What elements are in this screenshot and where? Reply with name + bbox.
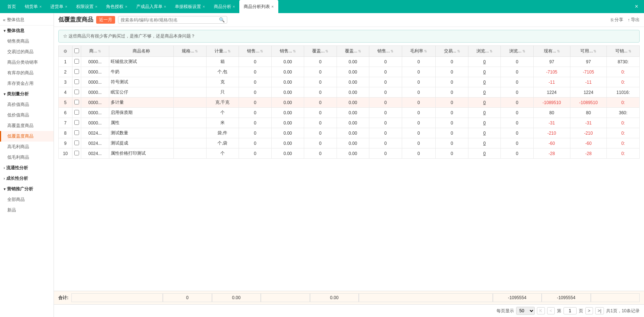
nav-product-inbound[interactable]: 产成品入库单 ×: [132, 0, 170, 13]
row-browse1[interactable]: 0: [468, 67, 500, 77]
col-settings[interactable]: ⚙: [59, 46, 72, 57]
row-checkbox[interactable]: [72, 108, 81, 118]
close-icon[interactable]: ×: [39, 0, 42, 13]
row-sales3: 0: [369, 108, 402, 118]
row-browse1[interactable]: 0: [468, 108, 500, 118]
row-checkbox[interactable]: [72, 87, 81, 98]
sidebar-item-all-products[interactable]: 全部商品: [0, 194, 54, 205]
search-input[interactable]: [121, 17, 219, 23]
row-cover2: 0.00: [337, 138, 369, 148]
col-sales3[interactable]: 销售...⇅: [369, 46, 402, 57]
row-browse1[interactable]: 0: [468, 57, 500, 67]
close-icon[interactable]: ×: [125, 0, 127, 13]
sidebar-section-overall[interactable]: ▾ 整体信息: [0, 25, 54, 36]
col-stock1[interactable]: 现有...⇅: [533, 46, 570, 57]
first-page-button[interactable]: K: [537, 307, 545, 314]
last-page-button[interactable]: >|: [595, 307, 604, 314]
sidebar-section-category[interactable]: ▾ 类别量分析: [0, 89, 54, 99]
row-checkbox[interactable]: [72, 148, 81, 159]
row-checkbox[interactable]: [72, 77, 81, 87]
sidebar-item-high-value[interactable]: 高价值商品: [0, 99, 54, 110]
col-can-sell[interactable]: 可销...⇅: [607, 46, 640, 57]
share-button[interactable]: ⎘ 分享: [611, 17, 623, 23]
close-icon[interactable]: ×: [271, 0, 274, 13]
row-checkbox[interactable]: [72, 98, 81, 108]
col-trans[interactable]: 交易...⇅: [436, 46, 468, 57]
row-browse1[interactable]: 0: [468, 98, 500, 108]
sidebar-item-high-coverage[interactable]: 高覆盖度商品: [0, 120, 54, 131]
prev-page-button[interactable]: <: [547, 307, 555, 314]
col-gross-rate[interactable]: 毛利率⇅: [402, 46, 436, 57]
row-checkbox[interactable]: [72, 138, 81, 148]
sidebar-item-high-margin[interactable]: 高毛利商品: [0, 142, 54, 152]
close-icon[interactable]: ×: [233, 0, 235, 13]
row-name: 测试数量: [109, 128, 173, 138]
close-icon[interactable]: ×: [95, 0, 97, 13]
sidebar-item-low-coverage[interactable]: 低覆盖度商品: [0, 131, 54, 142]
row-browse1[interactable]: 0: [468, 118, 500, 128]
col-sales1[interactable]: 销售...⇅: [239, 46, 271, 57]
sidebar-item-traded-products[interactable]: 交易过的商品: [0, 47, 54, 57]
col-cover1[interactable]: 覆盖...⇅: [304, 46, 337, 57]
table-container[interactable]: ⚙ 商...⇅ 商品名称 规格...⇅ 计量...⇅ 销售...⇅ 销售...⇅…: [54, 45, 644, 291]
sidebar-item-low-margin[interactable]: 低毛利商品: [0, 152, 54, 163]
row-browse1[interactable]: 0: [468, 138, 500, 148]
select-all-checkbox[interactable]: [74, 48, 79, 53]
table-row: 8 0024... 测试数量 袋,件 0 0.00 0 0.00 0 0 0 0…: [59, 128, 640, 138]
row-checkbox[interactable]: [72, 57, 81, 67]
nav-role-auth[interactable]: 角色授权 ×: [102, 0, 131, 13]
nav-sales-order[interactable]: 销货单 ×: [20, 0, 46, 13]
row-checkbox[interactable]: [72, 118, 81, 128]
col-code[interactable]: 商...⇅: [81, 46, 109, 57]
row-cover1: 0: [304, 148, 337, 159]
row-checkbox[interactable]: [72, 67, 81, 77]
sidebar-item-category-activity[interactable]: 商品分类动销率: [0, 57, 54, 68]
export-button[interactable]: ↑ 导出: [628, 17, 640, 23]
close-icon[interactable]: ×: [164, 0, 166, 13]
col-checkbox[interactable]: [72, 46, 81, 57]
col-browse1[interactable]: 浏览...⇅: [468, 46, 500, 57]
col-browse2[interactable]: 浏览...⇅: [501, 46, 533, 57]
sidebar-section-marketing[interactable]: ▾ 营销推广分析: [0, 184, 54, 194]
row-browse1[interactable]: 0: [468, 87, 500, 98]
row-cover1: 0: [304, 138, 337, 148]
table-row: 2 0000... 牛奶 个,包 0 0.00 0 0.00 0 0 0 0 0…: [59, 67, 640, 77]
close-icon[interactable]: ×: [203, 0, 205, 13]
col-stock2[interactable]: 可用...⇅: [570, 46, 607, 57]
col-unit[interactable]: 计量...⇅: [206, 46, 239, 57]
nav-product-analysis[interactable]: 商品分析 ×: [209, 0, 239, 13]
close-icon[interactable]: ×: [65, 0, 67, 13]
sidebar-item-low-value[interactable]: 低价值商品: [0, 110, 54, 120]
col-cover2[interactable]: 覆盖...⇅: [337, 46, 369, 57]
nav-permission-settings[interactable]: 权限设置 ×: [72, 0, 102, 13]
sidebar-item-sales-products[interactable]: 销售类商品: [0, 36, 54, 47]
window-close-button[interactable]: ×: [632, 3, 641, 10]
row-code: 0000...: [81, 87, 109, 98]
nav-product-analysis-list[interactable]: 商品分析列表 ×: [239, 0, 278, 13]
row-unit: 个: [206, 148, 239, 159]
row-num: 5: [59, 98, 72, 108]
sidebar-item-stocked-products[interactable]: 有库存的商品: [0, 68, 54, 78]
row-num: 4: [59, 87, 72, 98]
row-browse1[interactable]: 0: [468, 77, 500, 87]
row-browse1[interactable]: 0: [468, 148, 500, 159]
nav-home[interactable]: 首页: [3, 0, 20, 13]
next-page-button[interactable]: >: [585, 307, 593, 314]
row-browse1[interactable]: 0: [468, 128, 500, 138]
sidebar-section-liquidity[interactable]: › 流通性分析: [0, 163, 54, 173]
per-page-select[interactable]: 50 100 200: [516, 307, 535, 315]
sidebar-collapse-btn[interactable]: « 整体信息: [0, 15, 54, 25]
sidebar-item-inventory-capital[interactable]: 库存资金占用: [0, 78, 54, 89]
nav-template-settings[interactable]: 单据模板设置 ×: [170, 0, 209, 13]
row-sales3: 0: [369, 98, 402, 108]
row-checkbox[interactable]: [72, 128, 81, 138]
table-row: 5 0000... 多计量 克,千克 0 0.00 0 0.00 0 0 0 0…: [59, 98, 640, 108]
nav-purchase-order[interactable]: 进货单 ×: [46, 0, 71, 13]
row-stock1: -1089510: [533, 98, 570, 108]
time-filter-button[interactable]: 近一月: [96, 16, 115, 24]
col-sales2[interactable]: 销售...⇅: [271, 46, 304, 57]
sidebar-item-new-products[interactable]: 新品: [0, 205, 54, 215]
col-spec[interactable]: 规格...⇅: [174, 46, 206, 57]
sidebar-section-growth[interactable]: › 成长性分析: [0, 173, 54, 184]
page-number-input[interactable]: [564, 307, 577, 314]
